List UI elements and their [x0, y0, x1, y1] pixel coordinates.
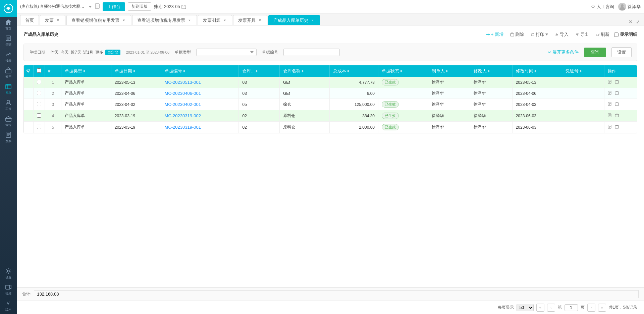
date-more[interactable]: 更多 [95, 50, 103, 55]
td-checkbox[interactable] [33, 122, 45, 133]
sidebar-item-voucher[interactable]: 凭证 [0, 33, 17, 49]
tab-home[interactable]: 首页 [20, 15, 39, 25]
sidebar-item-asset[interactable]: 资产 [0, 65, 17, 81]
th-doc-date[interactable]: 单据日期 [111, 65, 161, 77]
delete-button[interactable]: 删除 [508, 31, 526, 38]
edit-icon[interactable] [608, 113, 612, 119]
tab-vat-sales-close[interactable]: × [121, 18, 126, 23]
reset-button[interactable]: 设置 [611, 47, 632, 57]
sidebar-item-inventory[interactable]: 库存 [0, 81, 17, 97]
row-checkbox[interactable] [37, 102, 41, 106]
prev-page-button[interactable]: ‹ [547, 304, 555, 312]
th-voucher-num[interactable]: 凭证号 [562, 65, 604, 77]
date-1month[interactable]: 近1月 [83, 50, 94, 55]
tab-invoice-open[interactable]: 发票开具 × [233, 15, 267, 25]
doc-num-link[interactable]: MC-20230406-001 [165, 91, 201, 96]
doc-num-link[interactable]: MC-20230402-001 [165, 102, 201, 107]
sidebar-item-settings[interactable]: 设置 [0, 266, 17, 282]
last-page-button[interactable]: » [598, 304, 606, 312]
edit-icon[interactable] [608, 124, 612, 130]
td-doc-num[interactable]: MC-20230406-001 [161, 88, 239, 99]
expand-conditions[interactable]: 展开更多条件 [547, 49, 579, 55]
workbench-button[interactable]: 工作台 [103, 2, 125, 11]
tab-invoice-calc[interactable]: 发票测算 × [198, 15, 232, 25]
delete-row-icon[interactable] [614, 124, 619, 130]
delete-row-icon[interactable] [614, 79, 619, 85]
td-doc-num[interactable]: MC-20230402-001 [161, 99, 239, 110]
calendar-icon[interactable] [181, 4, 186, 9]
doc-type-select[interactable]: 产品入库单 [196, 49, 257, 56]
th-warehouse-code[interactable]: 仓库... [239, 65, 280, 77]
refresh-button[interactable]: 刷新 [594, 31, 611, 38]
delete-row-icon[interactable] [614, 102, 619, 107]
row-checkbox[interactable] [37, 91, 41, 95]
edit-icon[interactable] [608, 102, 612, 107]
sidebar-item-report[interactable]: 报表 [0, 49, 17, 65]
tab-vat-purchase[interactable]: 查看进项增值税专用发票 × [132, 15, 197, 25]
tab-invoice-calc-close[interactable]: × [222, 18, 227, 23]
date-today[interactable]: 今天 [61, 50, 69, 55]
td-doc-num[interactable]: MC-20230513-001 [161, 77, 239, 88]
tab-vat-purchase-close[interactable]: × [187, 18, 192, 23]
export-button[interactable]: 导出 [573, 31, 591, 38]
delete-row-icon[interactable] [614, 90, 619, 96]
tab-close-all-button[interactable]: ✕ [628, 18, 633, 25]
th-doc-type[interactable]: 单据类型 [61, 65, 111, 77]
tab-invoice[interactable]: 发票 × [40, 15, 65, 25]
search-button[interactable]: 查询 [584, 48, 606, 57]
th-modify-time[interactable]: 修改时间 [512, 65, 562, 77]
row-checkbox[interactable] [37, 125, 41, 129]
th-settings[interactable] [24, 65, 33, 77]
page-input[interactable] [565, 304, 578, 311]
th-doc-num[interactable]: 单据编号 [161, 65, 239, 77]
select-all-checkbox[interactable] [37, 68, 41, 73]
td-checkbox[interactable] [33, 110, 45, 122]
th-modifier[interactable]: 修改人 [470, 65, 512, 77]
td-checkbox[interactable] [33, 77, 45, 88]
th-total-cost[interactable]: 总成本 [329, 65, 378, 77]
tab-invoice-open-close[interactable]: × [258, 18, 262, 23]
new-button[interactable]: + 新增 [484, 31, 505, 38]
delete-row-icon[interactable] [614, 113, 619, 119]
tab-product-history-close[interactable]: × [310, 18, 315, 23]
sidebar-item-tax[interactable]: 发票 [0, 129, 17, 145]
first-page-button[interactable]: « [536, 304, 544, 312]
sidebar-item-version[interactable]: V 版本 [0, 298, 17, 314]
date-yesterday[interactable]: 昨天 [51, 50, 59, 55]
doc-num-link[interactable]: MC-20230319-002 [165, 113, 201, 118]
switch-old-version-button[interactable]: 切到旧版 [128, 2, 151, 11]
company-selector[interactable]: (库存核算) 直播轻拂通信息技术股份... [20, 4, 92, 9]
th-doc-status[interactable]: 单据状态 [378, 65, 428, 77]
td-doc-num[interactable]: MC-20230319-001 [161, 122, 239, 133]
th-creator[interactable]: 制单人 [428, 65, 470, 77]
edit-icon[interactable] [608, 90, 612, 96]
doc-num-link[interactable]: MC-20230319-001 [165, 125, 201, 130]
date-custom[interactable]: 自定义 [105, 50, 120, 55]
td-doc-num[interactable]: MC-20230319-002 [161, 110, 239, 122]
sidebar-item-salary[interactable]: 工资 [0, 97, 17, 113]
next-page-button[interactable]: › [587, 304, 595, 312]
tab-vat-sales[interactable]: 查看销项增值税专用发票 × [66, 15, 131, 25]
tab-invoice-close[interactable]: × [56, 18, 60, 23]
customer-service[interactable]: 人工咨询 [591, 4, 614, 10]
edit-icon[interactable] [608, 79, 612, 85]
print-button[interactable]: 打印 [529, 31, 550, 38]
row-checkbox[interactable] [37, 80, 41, 84]
sidebar-item-video[interactable]: 视频 [0, 282, 17, 298]
date-7days[interactable]: 近7天 [71, 50, 81, 55]
import-button[interactable]: 导入 [553, 31, 571, 38]
td-checkbox[interactable] [33, 99, 45, 110]
tab-product-history[interactable]: 产成品入库单历史 × [268, 15, 320, 25]
th-warehouse-name[interactable]: 仓库名称 [280, 65, 330, 77]
show-detail-input[interactable] [614, 33, 619, 37]
row-checkbox[interactable] [37, 113, 41, 118]
tab-expand-button[interactable]: ⤢ [635, 18, 641, 25]
user-menu[interactable]: 徐泽华 [618, 3, 641, 11]
td-checkbox[interactable] [33, 88, 45, 99]
sidebar-item-home[interactable]: 首页 [0, 17, 17, 33]
th-checkbox[interactable] [33, 65, 45, 77]
doc-num-link[interactable]: MC-20230513-001 [165, 80, 201, 85]
show-detail-checkbox[interactable]: 显示明细 [614, 32, 637, 38]
per-page-select[interactable]: 20 50 100 [517, 304, 534, 311]
doc-num-input[interactable] [283, 49, 340, 56]
